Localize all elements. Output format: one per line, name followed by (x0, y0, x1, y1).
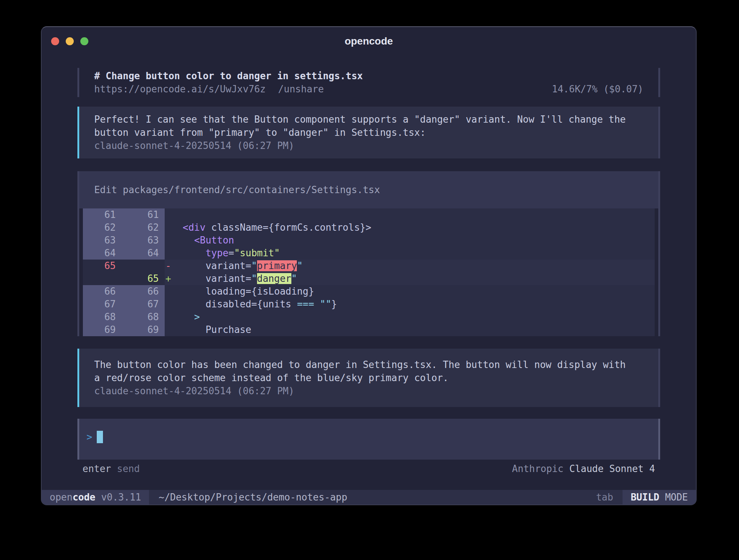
code-token: className={formCs.controls}> (206, 222, 371, 233)
diff-row: 65+ variant="danger" (83, 272, 655, 285)
code-token: " (291, 273, 297, 284)
old-line-number: 61 (83, 208, 122, 221)
code-token: Purchase (171, 324, 251, 335)
new-line-number: 67 (122, 298, 165, 311)
assistant-message: Perfect! I can see that the Button compo… (77, 107, 660, 158)
keybind-hints: entersend AnthropicClaude Sonnet 4 (77, 463, 660, 474)
opencode-window: opencode # Change button color to danger… (41, 26, 697, 505)
diff-view: 61616262 <div className={formCs.controls… (83, 208, 655, 336)
old-line-number: 69 (83, 323, 122, 336)
diff-row: 6969 Purchase (83, 323, 655, 336)
line-number-gutter: 6969 (83, 323, 165, 336)
mode-suffix: MODE (665, 492, 688, 503)
diff-row: 6767 disabled={units === ""} (83, 298, 655, 311)
new-line-number: 61 (122, 208, 165, 221)
code-token: <Button (194, 235, 234, 246)
new-line-number: 63 (122, 234, 165, 247)
code-token: variant= (171, 273, 251, 284)
old-line-number: 65 (83, 260, 122, 272)
diff-row: 6262 <div className={formCs.controls}> (83, 221, 655, 234)
minimize-button[interactable] (66, 37, 74, 45)
diff-code-line (165, 208, 655, 221)
diff-row: 6666 loading={isLoading} (83, 285, 655, 298)
window-titlebar[interactable]: opencode (42, 27, 696, 53)
line-number-gutter: 6464 (83, 247, 165, 260)
old-line-number: 62 (83, 221, 122, 234)
provider-label: Anthropic (512, 463, 563, 474)
mode-name: BUILD (631, 492, 659, 503)
send-action-label: send (117, 463, 140, 474)
line-number-gutter: 6161 (83, 208, 165, 221)
line-number-gutter: 6767 (83, 298, 165, 311)
mode-switch-key: tab (596, 490, 613, 505)
line-number-gutter: 6262 (83, 221, 165, 234)
new-line-number: 65 (122, 272, 165, 285)
status-bar: opencode v0.3.11 ~/Desktop/Projects/demo… (42, 490, 696, 505)
session-title: # Change button color to danger in setti… (94, 69, 643, 83)
context-usage: 14.6K/7% ($0.07) (552, 83, 643, 96)
message-meta: claude-sonnet-4-20250514 (06:27 PM) (94, 139, 643, 152)
code-token: "submit" (234, 248, 280, 258)
line-number-gutter: 6363 (83, 234, 165, 247)
text-cursor (97, 431, 103, 443)
message-line: button variant from "primary" to "danger… (94, 126, 643, 139)
close-button[interactable] (51, 37, 59, 45)
code-token: = (229, 248, 234, 258)
working-directory: ~/Desktop/Projects/demo-notes-app (158, 490, 347, 505)
old-line-number: 64 (83, 247, 122, 260)
new-line-number: 64 (122, 247, 165, 260)
code-token: " (297, 260, 303, 271)
message-meta: claude-sonnet-4-20250514 (06:27 PM) (94, 384, 643, 398)
send-hint: entersend (83, 463, 140, 474)
new-line-number: 68 (122, 311, 165, 323)
line-number-gutter: 65 (83, 260, 165, 272)
model-indicator: AnthropicClaude Sonnet 4 (512, 463, 655, 474)
old-line-number: 66 (83, 285, 122, 298)
code-token: } (331, 299, 337, 310)
old-line-number (83, 272, 122, 285)
new-line-number: 69 (122, 323, 165, 336)
diff-code-line: loading={isLoading} (165, 285, 655, 298)
new-line-number: 66 (122, 285, 165, 298)
zoom-button[interactable] (80, 37, 88, 45)
mode-segment: BUILD MODE (623, 490, 696, 505)
code-token: <div (183, 222, 206, 233)
added-marker: + (165, 272, 171, 285)
assistant-message: The button color has been changed to dan… (77, 349, 660, 407)
diff-row: 65- variant="primary" (83, 260, 655, 272)
diff-code-line: <div className={formCs.controls}> (165, 221, 655, 234)
diff-code-line: Purchase (165, 323, 655, 336)
code-token (171, 235, 194, 246)
traffic-lights (42, 37, 88, 45)
old-line-number: 63 (83, 234, 122, 247)
diff-code-line: disabled={units === ""} (165, 298, 655, 311)
code-token: > (194, 311, 200, 322)
prompt-character: > (87, 431, 92, 442)
unshare-command: /unshare (278, 83, 324, 96)
prompt-input[interactable]: > (77, 419, 660, 460)
edit-tool-header: Edit packages/frontend/src/containers/Se… (79, 171, 658, 208)
share-url-link[interactable]: https://opencode.ai/s/UwJxv76z (94, 83, 266, 96)
diff-row: 6464 type="submit" (83, 247, 655, 260)
code-token: primary (257, 260, 297, 271)
code-token (171, 222, 183, 233)
app-name-bold: code (73, 492, 96, 503)
app-version-segment: opencode v0.3.11 (42, 490, 149, 505)
code-token: === "" (297, 299, 331, 310)
edit-tool-card: Edit packages/frontend/src/containers/Se… (77, 171, 660, 336)
session-header: # Change button color to danger in setti… (77, 68, 660, 97)
new-line-number: 62 (122, 221, 165, 234)
diff-code-line: <Button (165, 234, 655, 247)
diff-row: 6161 (83, 208, 655, 221)
code-token: " (251, 273, 257, 284)
old-line-number: 68 (83, 311, 122, 323)
code-token (171, 311, 194, 322)
message-line: Perfect! I can see that the Button compo… (94, 113, 643, 126)
app-version: v0.3.11 (101, 492, 141, 503)
diff-row: 6363 <Button (83, 234, 655, 247)
old-line-number: 67 (83, 298, 122, 311)
window-title: opencode (42, 30, 696, 53)
code-token (171, 248, 206, 258)
diff-code-line: > (165, 311, 655, 323)
diff-row: 6868 > (83, 311, 655, 323)
